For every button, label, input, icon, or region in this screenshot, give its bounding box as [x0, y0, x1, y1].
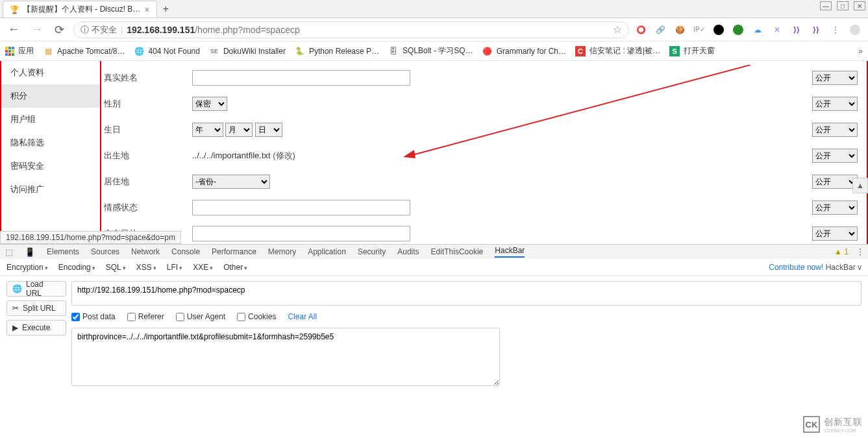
bookmark-star-icon[interactable]: ☆	[613, 23, 622, 36]
bookmark-item[interactable]: C信安笔记 : 渗透|被…	[575, 45, 660, 56]
devtools-tab[interactable]: Application	[308, 247, 346, 256]
browser-tab[interactable]: 🏆 【新提醒】个人资料 - Discuz! B… ×	[3, 1, 157, 18]
visibility-select[interactable]: 公开	[812, 226, 858, 241]
visibility-select[interactable]: 公开	[812, 123, 858, 137]
devtools-tab[interactable]: Security	[358, 247, 386, 256]
visibility-select[interactable]: 公开	[812, 149, 858, 163]
hb-menu-encoding[interactable]: Encoding▾	[58, 263, 95, 272]
ext-icon[interactable]: IP✓	[694, 25, 704, 35]
tab-title: 【新提醒】个人资料 - Discuz! B…	[23, 4, 140, 15]
page-content: 个人资料 积分 用户组 隐私筛选 密码安全 访问推广 真实姓名 公开 性别 保密…	[0, 61, 868, 244]
browser-tab-bar: 🏆 【新提醒】个人资料 - Discuz! B… × + — □ ✕	[0, 0, 868, 18]
bookmark-item[interactable]: 🐍Python Release P…	[295, 46, 379, 56]
back-button[interactable]: ←	[5, 23, 22, 36]
devtools-tab[interactable]: Audits	[397, 247, 419, 256]
clear-all-link[interactable]: Clear All	[288, 312, 317, 321]
bookmark-item[interactable]: 🔴Grammarly for Ch…	[482, 46, 566, 56]
hackbar-postdata-input[interactable]	[71, 328, 500, 386]
warnings-badge[interactable]: ▲ 1	[834, 247, 849, 256]
sidebar-item-credits[interactable]: 积分	[1, 84, 100, 108]
useragent-checkbox[interactable]: User Agent	[176, 312, 225, 321]
ext-icon[interactable]	[713, 25, 724, 35]
devtools-tab[interactable]: Console	[171, 247, 200, 256]
province-select[interactable]: -省份-	[192, 175, 270, 189]
year-select[interactable]: 年	[192, 123, 223, 137]
hackbar-brand: HackBar v	[826, 263, 862, 272]
hb-menu-sql[interactable]: SQL▾	[106, 263, 126, 272]
watermark-sub: CDXWCX.COM	[824, 428, 863, 433]
devtools-tab[interactable]: Sources	[91, 247, 119, 256]
sidebar-item-profile[interactable]: 个人资料	[1, 61, 100, 84]
gender-select[interactable]: 保密	[192, 97, 227, 111]
hb-menu-xxe[interactable]: XXE▾	[193, 263, 213, 272]
inspect-icon[interactable]: ⬚	[5, 247, 13, 257]
profile-icon[interactable]	[850, 25, 860, 35]
forward-button[interactable]: →	[29, 23, 45, 36]
label-affective: 情感状态	[104, 202, 192, 213]
menu-icon[interactable]: ⋮	[830, 25, 841, 35]
hb-menu-xss[interactable]: XSS▾	[136, 263, 156, 272]
birthplace-value: ../../../importantfile.txt	[192, 151, 271, 160]
close-window-button[interactable]: ✕	[854, 1, 865, 10]
visibility-select[interactable]: 公开	[812, 201, 858, 215]
maximize-button[interactable]: □	[837, 1, 849, 10]
hackbar-url-input[interactable]	[71, 281, 862, 306]
ext-icon[interactable]	[733, 25, 743, 35]
bookmark-item[interactable]: 🌐404 Not Found	[134, 46, 200, 56]
devtools-tab-hackbar[interactable]: HackBar	[495, 246, 525, 258]
devtools-tab[interactable]: EditThisCookie	[431, 247, 484, 256]
ext-icon[interactable]: ☁	[752, 25, 763, 35]
referer-checkbox[interactable]: Referer	[127, 312, 164, 321]
sidebar-item-usergroup[interactable]: 用户组	[1, 108, 100, 131]
url-input[interactable]: ⓘ 不安全 | 192.168.199.151/home.php?mod=spa…	[73, 21, 629, 38]
cookies-checkbox[interactable]: Cookies	[237, 312, 276, 321]
apps-button[interactable]: 应用	[5, 45, 34, 56]
ext-icon[interactable]: ✕	[772, 25, 782, 35]
bookmark-item[interactable]: SEDokuWiki Installer	[209, 46, 286, 56]
month-select[interactable]: 月	[225, 123, 253, 137]
visibility-select[interactable]: 公开	[812, 71, 858, 85]
minimize-button[interactable]: —	[820, 1, 832, 10]
sidebar-item-privacy[interactable]: 隐私筛选	[1, 131, 100, 154]
modify-link[interactable]: (修改)	[273, 151, 295, 160]
bookmark-item[interactable]: ▦Apache Tomcat/8…	[43, 46, 125, 56]
close-icon[interactable]: ×	[144, 5, 149, 15]
visibility-select[interactable]: 公开	[812, 175, 858, 189]
devtools-tab[interactable]: Network	[131, 247, 160, 256]
watermark-text: 创新互联	[824, 417, 863, 428]
devtools-tab[interactable]: Memory	[268, 247, 296, 256]
label-realname: 真实姓名	[104, 72, 192, 84]
scroll-top-button[interactable]: ▲	[852, 178, 868, 193]
bookmarks-bar: 应用 ▦Apache Tomcat/8… 🌐404 Not Found SEDo…	[0, 42, 868, 61]
ext-icon[interactable]: ⟩⟩	[791, 25, 802, 35]
sidebar-item-password[interactable]: 密码安全	[1, 154, 100, 178]
hb-menu-other[interactable]: Other▾	[223, 263, 247, 272]
affective-input[interactable]	[192, 200, 410, 215]
bookmark-item[interactable]: 🗄SQLBolt - 学习SQ…	[388, 45, 473, 56]
devtools-menu-icon[interactable]: ⋮	[856, 247, 864, 256]
contribute-link[interactable]: Contribute now!	[769, 263, 823, 272]
status-bar: 192.168.199.151/home.php?mod=space&do=pm	[0, 231, 181, 244]
hb-menu-encryption[interactable]: Encryption▾	[6, 263, 48, 272]
purpose-input[interactable]	[192, 226, 410, 241]
realname-input[interactable]	[192, 70, 410, 86]
bookmark-item[interactable]: S打开天窗	[669, 45, 715, 56]
day-select[interactable]: 日	[255, 123, 282, 137]
execute-button[interactable]: ▶Execute	[6, 320, 66, 335]
devtools-tab[interactable]: Elements	[47, 247, 79, 256]
postdata-checkbox[interactable]: Post data	[71, 312, 116, 321]
ext-icon[interactable]: ⭕	[636, 25, 646, 35]
reload-button[interactable]: ⟳	[52, 23, 67, 37]
ext-icon[interactable]: 🔗	[655, 25, 665, 35]
devtools-tab[interactable]: Performance	[212, 247, 256, 256]
bookmark-overflow-icon[interactable]: »	[858, 47, 863, 56]
ext-icon[interactable]: 🍪	[675, 25, 685, 35]
ext-icon[interactable]: ⟩⟩	[811, 25, 821, 35]
split-url-button[interactable]: ✂Split URL	[6, 300, 66, 316]
device-icon[interactable]: 📱	[25, 247, 35, 257]
visibility-select[interactable]: 公开	[812, 97, 858, 111]
load-url-button[interactable]: 🌐Load URL	[6, 281, 66, 297]
new-tab-button[interactable]: +	[157, 1, 175, 18]
hb-menu-lfi[interactable]: LFI▾	[167, 263, 182, 272]
sidebar-item-promotion[interactable]: 访问推广	[1, 178, 100, 201]
